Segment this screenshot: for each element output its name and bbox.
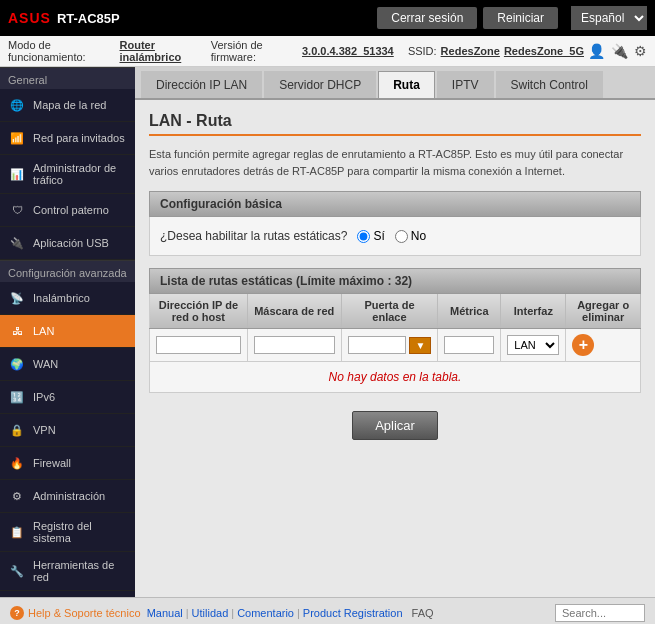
help-label[interactable]: Help & Soporte técnico bbox=[28, 607, 141, 619]
radio-no[interactable]: No bbox=[395, 229, 426, 243]
col-interface: Interfaz bbox=[501, 294, 566, 329]
sidebar-item-network-map[interactable]: 🌐 Mapa de la red bbox=[0, 89, 135, 122]
static-routes-enable-row: ¿Desea habilitar la rutas estáticas? Sí … bbox=[160, 225, 630, 247]
radio-group-static: Sí No bbox=[357, 229, 426, 243]
sidebar-item-guest-network[interactable]: 📶 Red para invitados bbox=[0, 122, 135, 155]
logout-button[interactable]: Cerrar sesión bbox=[377, 7, 477, 29]
footer-utility-link[interactable]: Utilidad bbox=[192, 607, 229, 619]
sidebar-item-wan[interactable]: 🌍 WAN bbox=[0, 348, 135, 381]
tab-ruta[interactable]: Ruta bbox=[378, 71, 435, 98]
tab-switch[interactable]: Switch Control bbox=[496, 71, 603, 98]
mode-bar: Modo de funcionamiento: Router inalámbri… bbox=[0, 36, 655, 67]
admin-icon: ⚙ bbox=[8, 487, 26, 505]
input-metric[interactable] bbox=[444, 336, 494, 354]
sidebar-item-parental[interactable]: 🛡 Control paterno bbox=[0, 194, 135, 227]
sidebar-firewall-label: Firewall bbox=[33, 457, 71, 469]
ipv6-icon: 🔢 bbox=[8, 388, 26, 406]
usb-icon[interactable]: 🔌 bbox=[611, 43, 628, 59]
restart-button[interactable]: Reiniciar bbox=[483, 7, 558, 29]
sidebar-network-map-label: Mapa de la red bbox=[33, 99, 106, 111]
lan-icon: 🖧 bbox=[8, 322, 26, 340]
sidebar-lan-label: LAN bbox=[33, 325, 54, 337]
radio-no-label: No bbox=[411, 229, 426, 243]
tab-bar: Dirección IP LAN Servidor DHCP Ruta IPTV… bbox=[135, 67, 655, 100]
radio-yes[interactable]: Sí bbox=[357, 229, 384, 243]
parental-icon: 🛡 bbox=[8, 201, 26, 219]
tab-dhcp[interactable]: Servidor DHCP bbox=[264, 71, 376, 98]
basic-config-body: ¿Desea habilitar la rutas estáticas? Sí … bbox=[149, 217, 641, 256]
no-data-message: No hay datos en la tabla. bbox=[150, 362, 641, 393]
model-name: RT-AC85P bbox=[57, 11, 120, 26]
cell-interface: LAN WAN bbox=[501, 329, 566, 362]
settings-icon[interactable]: ⚙ bbox=[634, 43, 647, 59]
input-ip-host[interactable] bbox=[156, 336, 241, 354]
tools-icon: 🔧 bbox=[8, 562, 26, 580]
sidebar-general-label: General bbox=[0, 67, 135, 89]
sidebar-item-traffic[interactable]: 📊 Administrador de tráfico bbox=[0, 155, 135, 194]
cell-netmask bbox=[247, 329, 341, 362]
guest-network-icon: 📶 bbox=[8, 129, 26, 147]
table-header-row: Dirección IP de red o host Máscara de re… bbox=[150, 294, 641, 329]
apply-button-container: Aplicar bbox=[149, 403, 641, 448]
add-route-button[interactable]: + bbox=[572, 334, 594, 356]
footer: ? Help & Soporte técnico Manual | Utilid… bbox=[0, 597, 655, 624]
sidebar-item-usb[interactable]: 🔌 Aplicación USB bbox=[0, 227, 135, 260]
asus-logo: ASUS bbox=[8, 10, 51, 26]
input-netmask[interactable] bbox=[254, 336, 335, 354]
footer-faq-link[interactable]: FAQ bbox=[412, 607, 434, 619]
cell-gateway: ▼ bbox=[341, 329, 438, 362]
sidebar-advanced-label: Configuración avanzada bbox=[0, 260, 135, 282]
footer-manual-link[interactable]: Manual bbox=[147, 607, 183, 619]
sidebar-item-admin[interactable]: ⚙ Administración bbox=[0, 480, 135, 513]
syslog-icon: 📋 bbox=[8, 523, 26, 541]
table-row-input: ▼ LAN WAN + bbox=[150, 329, 641, 362]
gateway-cell-wrapper: ▼ bbox=[348, 336, 432, 354]
sidebar-wireless-label: Inalámbrico bbox=[33, 292, 90, 304]
footer-links: Manual | Utilidad | Comentario | Product… bbox=[147, 607, 434, 619]
table-row-no-data: No hay datos en la tabla. bbox=[150, 362, 641, 393]
help-icon: ? bbox=[10, 606, 24, 620]
static-routes-table: Dirección IP de red o host Máscara de re… bbox=[149, 294, 641, 393]
sidebar-item-vpn[interactable]: 🔒 VPN bbox=[0, 414, 135, 447]
sidebar-usb-label: Aplicación USB bbox=[33, 237, 109, 249]
table-body: ▼ LAN WAN + bbox=[150, 329, 641, 393]
sidebar-item-ipv6[interactable]: 🔢 IPv6 bbox=[0, 381, 135, 414]
language-select[interactable]: Español English bbox=[571, 6, 647, 30]
interface-select[interactable]: LAN WAN bbox=[507, 335, 559, 355]
sidebar-item-firewall[interactable]: 🔥 Firewall bbox=[0, 447, 135, 480]
ssid-value1: RedesZone bbox=[441, 45, 500, 57]
sidebar-item-tools[interactable]: 🔧 Herramientas de red bbox=[0, 552, 135, 591]
sidebar-admin-label: Administración bbox=[33, 490, 105, 502]
sidebar-traffic-label: Administrador de tráfico bbox=[33, 162, 127, 186]
traffic-icon: 📊 bbox=[8, 165, 26, 183]
input-gateway[interactable] bbox=[348, 336, 407, 354]
radio-yes-input[interactable] bbox=[357, 230, 370, 243]
firmware-value: 3.0.0.4.382_51334 bbox=[302, 45, 394, 57]
radio-yes-label: Sí bbox=[373, 229, 384, 243]
page-body: LAN - Ruta Esta función permite agregar … bbox=[135, 100, 655, 460]
tab-ip-lan[interactable]: Dirección IP LAN bbox=[141, 71, 262, 98]
sidebar-syslog-label: Registro del sistema bbox=[33, 520, 127, 544]
person-icon[interactable]: 👤 bbox=[588, 43, 605, 59]
page-title: LAN - Ruta bbox=[149, 112, 641, 136]
wireless-icon: 📡 bbox=[8, 289, 26, 307]
radio-no-input[interactable] bbox=[395, 230, 408, 243]
col-netmask: Máscara de red bbox=[247, 294, 341, 329]
footer-product-reg-link[interactable]: Product Registration bbox=[303, 607, 403, 619]
sidebar-tools-label: Herramientas de red bbox=[33, 559, 127, 583]
tab-iptv[interactable]: IPTV bbox=[437, 71, 494, 98]
ssid-value2: RedesZone_5G bbox=[504, 45, 584, 57]
sidebar-guest-label: Red para invitados bbox=[33, 132, 125, 144]
wan-icon: 🌍 bbox=[8, 355, 26, 373]
apply-button[interactable]: Aplicar bbox=[352, 411, 438, 440]
sidebar-item-wireless[interactable]: 📡 Inalámbrico bbox=[0, 282, 135, 315]
sidebar-item-syslog[interactable]: 📋 Registro del sistema bbox=[0, 513, 135, 552]
sidebar-vpn-label: VPN bbox=[33, 424, 56, 436]
footer-comment-link[interactable]: Comentario bbox=[237, 607, 294, 619]
modebar-icons: 👤 🔌 ⚙ bbox=[588, 43, 647, 59]
footer-search-input[interactable] bbox=[555, 604, 645, 622]
sidebar-item-lan[interactable]: 🖧 LAN bbox=[0, 315, 135, 348]
cell-metric bbox=[438, 329, 501, 362]
gateway-arrow-button[interactable]: ▼ bbox=[409, 337, 431, 354]
firmware-label: Versión de firmware: bbox=[211, 39, 298, 63]
